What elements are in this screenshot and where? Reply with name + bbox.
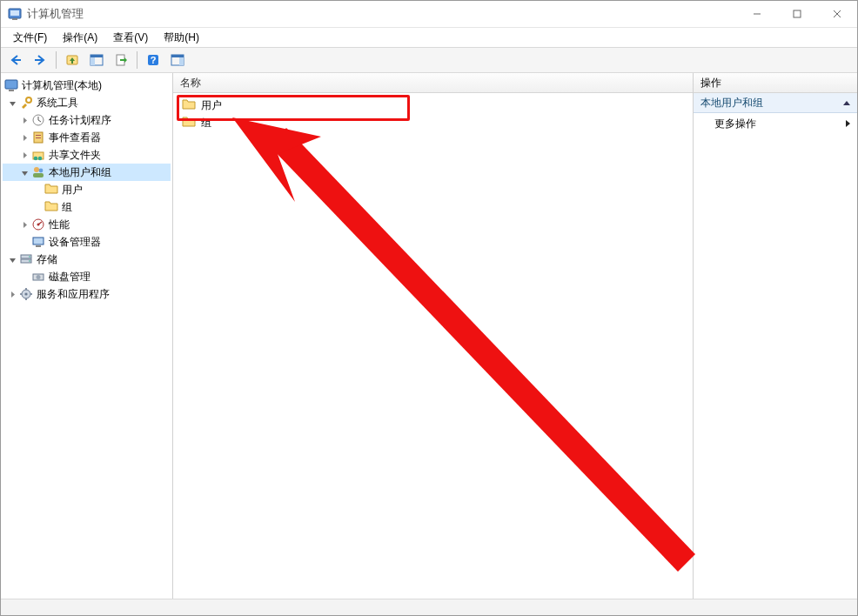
svg-point-31 [37, 224, 40, 226]
folder-icon [44, 200, 58, 214]
toolbar-separator [137, 51, 137, 69]
svg-rect-32 [33, 238, 44, 244]
tree-users[interactable]: 用户 [3, 181, 171, 198]
tree-storage[interactable]: 存储 [3, 251, 171, 268]
svg-rect-33 [36, 245, 41, 247]
tree-label: 性能 [49, 218, 70, 232]
folder-icon [44, 183, 58, 197]
list-body: 用户 组 [173, 93, 693, 599]
collapse-icon[interactable] [6, 97, 18, 109]
tree-label: 磁盘管理 [49, 270, 90, 285]
svg-rect-4 [794, 10, 801, 17]
menu-view[interactable]: 查看(V) [106, 29, 155, 47]
up-button[interactable] [61, 49, 84, 71]
tree-label: 存储 [37, 252, 57, 267]
tools-icon [19, 96, 33, 110]
menu-action[interactable]: 操作(A) [56, 29, 104, 47]
show-hide-action-button[interactable] [166, 49, 189, 71]
actions-more-label: 更多操作 [714, 117, 756, 131]
tree-performance[interactable]: 性能 [3, 216, 171, 233]
svg-marker-42 [269, 128, 695, 572]
red-arrow-annotation [225, 110, 713, 598]
svg-point-27 [34, 167, 39, 172]
tree-services-apps[interactable]: 服务和应用程序 [3, 285, 171, 303]
toolbar-separator [56, 51, 57, 69]
tree-label: 任务计划程序 [49, 113, 111, 128]
window: 计算机管理 文件(F) 操作(A) 查看(V) 帮助(H) ? [0, 0, 858, 616]
main-area: 计算机管理(本地) 系统工具 [1, 73, 857, 599]
maximize-button[interactable] [777, 1, 817, 27]
tree-shared-folders[interactable]: 共享文件夹 [3, 146, 171, 164]
expand-icon[interactable] [18, 218, 30, 231]
disk-icon [31, 270, 45, 284]
svg-point-25 [34, 157, 38, 161]
chevron-right-icon [846, 120, 850, 127]
tree-groups[interactable]: 组 [3, 198, 171, 216]
tree-disk-management[interactable]: · 磁盘管理 [3, 268, 171, 285]
tree-device-manager[interactable]: · 设备管理器 [3, 233, 171, 251]
svg-rect-22 [36, 135, 41, 136]
expand-icon[interactable] [18, 114, 30, 126]
tree-event-viewer[interactable]: 事件查看器 [3, 129, 171, 146]
menubar: 文件(F) 操作(A) 查看(V) 帮助(H) [1, 27, 857, 47]
actions-group-header[interactable]: 本地用户和组 [694, 93, 857, 113]
tree-label: 事件查看器 [49, 131, 101, 145]
computer-mgmt-icon [4, 78, 18, 92]
folder-icon [182, 116, 196, 130]
tree-system-tools[interactable]: 系统工具 [3, 94, 171, 111]
collapse-icon [843, 101, 850, 105]
menu-file[interactable]: 文件(F) [6, 29, 54, 47]
expand-icon[interactable] [18, 149, 30, 161]
svg-point-41 [24, 292, 27, 295]
close-button[interactable] [817, 1, 857, 27]
actions-header: 操作 [694, 73, 857, 93]
svg-rect-2 [12, 18, 17, 20]
minimize-button[interactable] [737, 1, 777, 27]
tree-local-users-groups[interactable]: 本地用户和组 [3, 164, 171, 181]
back-button[interactable] [4, 49, 27, 71]
tree-label: 设备管理器 [49, 235, 101, 250]
list-item-users[interactable]: 用户 [178, 97, 687, 114]
svg-point-37 [29, 260, 30, 262]
collapse-icon[interactable] [18, 166, 30, 178]
help-button[interactable]: ? [142, 49, 164, 71]
svg-rect-16 [171, 55, 184, 57]
column-name: 名称 [180, 76, 201, 90]
tree-label: 服务和应用程序 [37, 287, 110, 302]
statusbar [1, 599, 857, 615]
collapse-icon[interactable] [6, 253, 18, 265]
tree-label: 用户 [62, 183, 83, 198]
device-icon [31, 235, 45, 249]
actions-group-label: 本地用户和组 [700, 96, 763, 110]
tree-task-scheduler[interactable]: 任务计划程序 [3, 111, 171, 129]
svg-rect-17 [5, 80, 17, 89]
export-button[interactable] [110, 49, 132, 71]
list-item-groups[interactable]: 组 [178, 114, 687, 131]
svg-rect-23 [36, 137, 41, 138]
app-icon [8, 7, 22, 21]
tree-pane: 计算机管理(本地) 系统工具 [1, 73, 173, 599]
titlebar: 计算机管理 [1, 1, 857, 27]
tree-root[interactable]: 计算机管理(本地) [3, 77, 171, 94]
forward-button[interactable] [29, 49, 51, 71]
expand-icon[interactable] [18, 131, 30, 144]
menu-help[interactable]: 帮助(H) [157, 29, 206, 47]
event-icon [31, 131, 45, 144]
list-item-label: 组 [201, 116, 211, 131]
storage-icon [19, 252, 33, 266]
svg-point-39 [37, 275, 41, 279]
shared-folder-icon [31, 148, 45, 162]
expand-icon[interactable] [6, 288, 18, 300]
actions-more[interactable]: 更多操作 [694, 113, 857, 134]
folder-icon [182, 98, 196, 112]
show-hide-tree-button[interactable] [85, 49, 108, 71]
list-column-header[interactable]: 名称 [173, 73, 693, 93]
users-groups-icon [31, 165, 45, 179]
svg-rect-18 [9, 90, 14, 91]
tree-label: 共享文件夹 [49, 148, 101, 163]
svg-text:?: ? [151, 55, 157, 65]
svg-rect-1 [10, 10, 19, 16]
svg-rect-10 [90, 55, 103, 57]
performance-icon [31, 218, 45, 231]
svg-point-36 [29, 256, 30, 258]
